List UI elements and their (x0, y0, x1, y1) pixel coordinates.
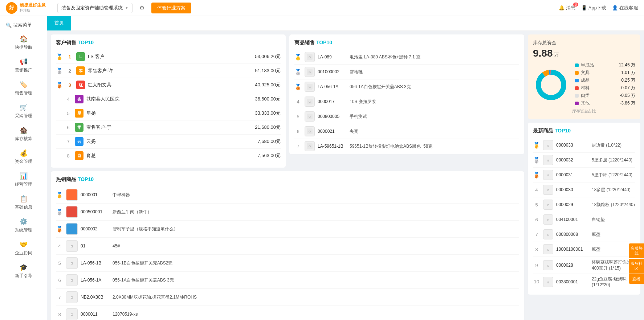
product-code: 01 (81, 243, 110, 249)
rank-avatar: 肖 (75, 151, 83, 160)
sidebar-label-sales: 销售管理 (15, 90, 32, 96)
newest-product-item: 🥇 G 0000033 封边带 (1.0*22) (533, 138, 635, 153)
rank-number: 2 (66, 68, 73, 74)
sidebar-item-purchase[interactable]: 🛒 采购管理 (0, 100, 47, 123)
svg-text:G: G (547, 174, 549, 177)
customer-rank-item: 5 星 星扬 33,333.00元 (56, 106, 281, 120)
product-ranking-card: 商品销售 TOP10 🥇 G LA-089 电池盖 LA-089 ABS本色+黑… (289, 34, 524, 154)
product-thumbnail: G (543, 277, 553, 287)
svg-text:G: G (547, 248, 549, 251)
settings-icon[interactable]: ⚙ (137, 3, 147, 13)
product-code: LA-056-1A (318, 84, 347, 89)
product-code: 0000011 (81, 312, 110, 317)
rank-amount: 7,563.00元 (257, 152, 281, 159)
tab-home[interactable]: 首页 (47, 16, 71, 30)
float-btn-2[interactable]: 直播 (629, 274, 644, 284)
sidebar-item-system[interactable]: ⚙️ 系统管理 (0, 214, 47, 237)
sidebar-item-basics[interactable]: 📋 基础信息 (0, 191, 47, 214)
notification-button[interactable]: 🔔 消息 6 (559, 5, 575, 11)
sidebar-item-guide[interactable]: 🎓 新手引导 (0, 260, 47, 283)
sidebar-label-operations: 经营管理 (15, 181, 32, 188)
trial-button[interactable]: 体验行业方案 (151, 3, 191, 13)
product-rank-item: 🥇 G LA-089 电池盖 LA-089 ABS本色+黑种 7.1 克 (294, 50, 519, 65)
sidebar-item-nav[interactable]: 🏠 快捷导航 (0, 31, 47, 54)
hot-product-item: 6 G LA-056-1A 056-1A白色按键开关盖ABS 3壳 (56, 272, 519, 289)
product-code: 0000017 (318, 99, 347, 104)
product-name: 手机测试 (350, 114, 519, 120)
search-icon: 🔍 (6, 22, 12, 28)
svg-text:G: G (309, 70, 311, 74)
float-btn-1[interactable]: 服务社区 (629, 259, 644, 274)
product-code: 0000028 (556, 263, 589, 268)
product-code: LA-089 (318, 54, 347, 60)
finance-icon: 💰 (20, 149, 28, 157)
sidebar-item-sales[interactable]: 🏷️ 销售管理 (0, 77, 47, 100)
svg-text:G: G (70, 313, 73, 316)
app-download-button[interactable]: 📱 App下载 (581, 5, 606, 11)
float-btn-0[interactable]: 客服热线 (629, 243, 644, 258)
legend-dot (575, 94, 579, 98)
customer-rank-item: 8 肖 肖总 7,563.00元 (56, 149, 281, 163)
hot-products-title: 热销商品 TOP10 (56, 176, 519, 183)
svg-text:G: G (547, 159, 549, 162)
customer-rank-list: 🥇 1 L LS 客户 53,006.26元 🥈 2 零 零售客户·许 51,1… (56, 50, 281, 163)
svg-text:G: G (309, 85, 311, 89)
product-code: 0000030 (556, 187, 589, 192)
rank-name: 红太阳文具 (88, 82, 252, 88)
notification-badge: 6 (573, 3, 578, 7)
sidebar-item-finance[interactable]: 💰 资金管理 (0, 145, 47, 168)
sidebar-item-inventory[interactable]: 🏚️ 库存核算 (0, 123, 47, 145)
sidebar-item-enterprise[interactable]: 🤝 企业协同 (0, 237, 47, 260)
customer-ranking-title: 客户销售 TOP10 (56, 40, 281, 46)
legend-label: 半成品 (581, 62, 594, 68)
left-column: 客户销售 TOP10 🥇 1 L LS 客户 53,006.26元 🥈 2 零 … (51, 34, 524, 320)
medal-icon: 🥇 (56, 192, 63, 198)
sidebar-item-marketing[interactable]: 📢 营销推广 (0, 54, 47, 77)
medal-icon: 🥉 (294, 83, 302, 90)
product-name: 白钢垫 (592, 217, 635, 223)
svg-text:G: G (547, 233, 549, 237)
system-selector[interactable]: 装备及固定资产辅助管理系统 ▼ (57, 3, 133, 13)
hot-product-item: 🥉 0000002 智利车子里（规格不知道填什么） (56, 221, 519, 238)
medal-icon: 🥈 (294, 69, 302, 75)
customer-rank-item: 🥇 1 L LS 客户 53,006.26元 (56, 50, 281, 64)
product-code: 001000002 (318, 69, 347, 74)
svg-text:G: G (547, 264, 549, 267)
product-code: 0000033 (556, 143, 589, 148)
product-thumbnail: G (305, 67, 315, 77)
customer-rank-item: 4 杏 苍南县人民医院 36,600.00元 (56, 92, 281, 106)
hot-product-item: 4 G 01 45# (56, 238, 519, 255)
legend-dot (575, 86, 579, 90)
rank-avatar: 杏 (75, 95, 83, 103)
product-code: NB2.0X30B (81, 295, 110, 300)
product-name: 原垄 (592, 231, 635, 238)
logo-text: 畅捷通好生意 (20, 3, 46, 8)
purchase-icon: 🛒 (20, 103, 28, 111)
product-thumbnail: G (543, 229, 553, 239)
product-name: 5厘中纤 (1220*2440) (592, 172, 635, 178)
inventory-icon: 🏚️ (20, 126, 28, 134)
online-service-button[interactable]: 👤 在线客服 (612, 5, 638, 11)
svg-text:G: G (547, 204, 549, 207)
sidebar: 🔍 搜索菜单 🏠 快捷导航 📢 营销推广 🏷️ 销售管理 🛒 采购管理 🏚️ 库… (0, 16, 47, 320)
hot-product-thumbnail (66, 223, 78, 235)
service-icon: 👤 (612, 5, 618, 11)
rank-name: LS 客户 (88, 53, 252, 60)
legend-label: 材料 (581, 85, 590, 91)
search-menu-item[interactable]: 🔍 搜索菜单 (0, 19, 47, 31)
product-code: 0000002 (81, 226, 110, 231)
hot-product-thumbnail: G (66, 240, 78, 252)
logo-area: 好 畅捷通好生意 标准版 (6, 2, 53, 14)
operations-icon: 📊 (20, 172, 28, 180)
svg-text:G: G (309, 56, 311, 59)
legend-dot (575, 79, 579, 82)
legend-item: 文具 1.01 万 (575, 70, 635, 76)
rank-avatar: 星 (75, 109, 83, 118)
sidebar-item-operations[interactable]: 📊 经营管理 (0, 168, 47, 191)
medal-icon: 🥈 (533, 157, 540, 164)
bell-icon: 🔔 (559, 5, 564, 11)
product-code: 0000001 (81, 192, 110, 197)
legend-value: -3.86 万 (620, 100, 635, 106)
product-name: 056-1A白色按键开关盖ABS 3克 (350, 84, 519, 90)
product-name: 10S 变扭罗浆 (350, 99, 519, 105)
